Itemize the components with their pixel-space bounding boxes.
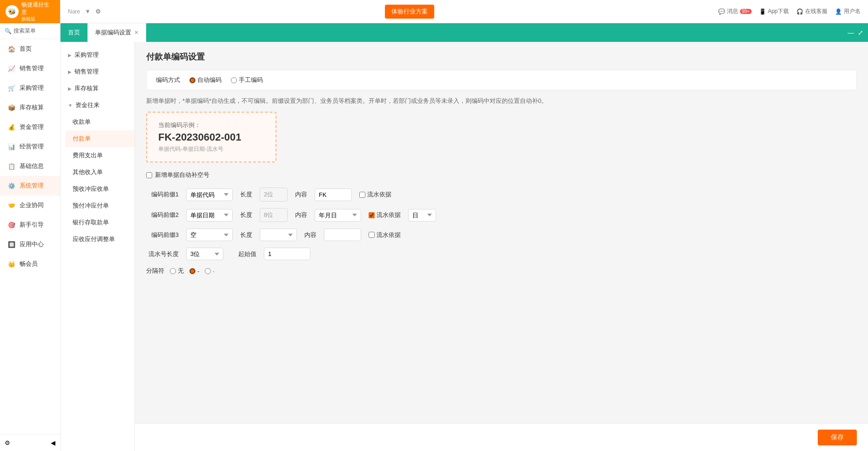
sub-menu-expense[interactable]: 费用支出单: [65, 147, 135, 164]
sidebar-item-finance[interactable]: 💰 资金管理: [0, 117, 60, 137]
sep-hyphen-radio[interactable]: -: [189, 268, 199, 275]
tab-home[interactable]: 首页: [61, 23, 87, 42]
sidebar-item-home[interactable]: 🏠 首页: [0, 39, 60, 59]
auto-fill-checkbox[interactable]: [146, 172, 152, 178]
content3-input[interactable]: [324, 229, 361, 241]
prefix3-select[interactable]: 空 单据代码 单据日期: [186, 229, 233, 241]
content2-select[interactable]: 年月日 年月 年: [315, 209, 361, 222]
sub-menu-capital[interactable]: ▼ 资金往来: [61, 97, 135, 114]
search-menu[interactable]: 🔍 搜索菜单: [0, 23, 60, 39]
sales-icon: 📈: [7, 64, 16, 73]
chevron-down-icon[interactable]: ▼: [85, 8, 91, 15]
topbar-left: Nare ▼ ⚙: [68, 8, 101, 15]
description-text: 新增单据时，*单据编码*自动生成，不可编辑。前缀设置为部门、业务员等档案类。开单…: [146, 97, 857, 105]
online-service-button[interactable]: 🎧 在线客服: [796, 7, 828, 15]
prefix1-row: 编码前缀1 单据代码 单据日期 空 长度 2位 内容 流水依据: [146, 188, 857, 202]
sidebar-item-system[interactable]: ⚙️ 系统管理: [0, 176, 60, 195]
prefix2-select[interactable]: 单据日期 单据代码 空: [186, 209, 233, 222]
tab-bill-encoding[interactable]: 单据编码设置 ✕: [87, 23, 146, 42]
serial3-checkbox-input[interactable]: [369, 232, 375, 238]
prefix1-select[interactable]: 单据代码 单据日期 空: [186, 188, 233, 201]
sidebar-item-inventory[interactable]: 📦 库存核算: [0, 98, 60, 117]
sidebar-item-company[interactable]: 🤝 企业协同: [0, 195, 60, 215]
serial1-checkbox[interactable]: 流水依据: [359, 190, 391, 199]
serial1-checkbox-input[interactable]: [359, 192, 365, 198]
settings-icon[interactable]: ⚙: [5, 439, 10, 446]
serial2-checkbox[interactable]: 流水依据: [369, 211, 401, 219]
sub-menu-receipt[interactable]: 收款单: [65, 114, 135, 130]
serial2-checkbox-input[interactable]: [369, 212, 375, 218]
sidebar-item-sales[interactable]: 📈 销售管理: [0, 59, 60, 78]
sep-dot-radio[interactable]: ·: [205, 268, 215, 275]
sub-menu-capital-children: 收款单 付款单 费用支出单 其他收入单 预收冲应收单 预付冲应付单 银行存取款单…: [61, 114, 135, 248]
sep-none-input[interactable]: [170, 268, 176, 274]
logo-icon: 🐝: [6, 5, 19, 18]
sep-hyphen-input[interactable]: [189, 268, 195, 274]
manual-encode-input[interactable]: [231, 77, 237, 83]
sub-menu-prepay-pay[interactable]: 预付冲应付单: [65, 197, 135, 214]
prefix2-row: 编码前缀2 单据日期 单据代码 空 长度 8位 内容 年月日 年月 年: [146, 208, 857, 222]
serial2-period-select[interactable]: 日 月 年: [408, 209, 436, 222]
topbar-right: 💬 消息 99+ 📱 App下载 🎧 在线客服 👤 用户名: [718, 7, 861, 15]
sub-menu-prepay-receipt[interactable]: 预收冲应收单: [65, 181, 135, 197]
sub-menu-purchase[interactable]: ▶ 采购管理: [61, 47, 135, 63]
sidebar-item-basic[interactable]: 📋 基础信息: [0, 156, 60, 176]
length2-label: 长度: [240, 211, 252, 219]
industry-plan-button[interactable]: 体验行业方案: [385, 5, 434, 19]
sidebar-footer: ⚙ ◀: [0, 434, 60, 451]
settings-gear-icon[interactable]: ⚙: [95, 8, 101, 15]
sep-dot-input[interactable]: [205, 268, 211, 274]
newguide-icon: 🎯: [7, 221, 16, 229]
sub-sidebar: ▶ 采购管理 ▶ 销售管理 ▶ 库存核算 ▼ 资金往来 收款单 付款单 费用支出…: [61, 42, 135, 451]
sub-menu-stock[interactable]: ▶ 库存核算: [61, 80, 135, 97]
serial3-checkbox[interactable]: 流水依据: [369, 231, 401, 239]
sidebar-item-member[interactable]: 👑 畅会员: [0, 254, 60, 274]
page-content: 付款单编码设置 编码方式 自动编码 手工编码 新增单据时，*单据编码*自动生成，…: [135, 42, 868, 423]
app-download-button[interactable]: 📱 App下载: [759, 7, 789, 15]
sep-none-radio[interactable]: 无: [170, 267, 184, 275]
length3-select[interactable]: [260, 229, 297, 241]
sub-menu-sales[interactable]: ▶ 销售管理: [61, 63, 135, 80]
collapse-icon[interactable]: ◀: [51, 439, 55, 446]
separator-row: 分隔符 无 - ·: [146, 267, 857, 275]
length1-label: 长度: [240, 190, 252, 199]
sub-menu-payment[interactable]: 付款单: [65, 130, 135, 147]
messages-button[interactable]: 💬 消息 99+: [718, 7, 752, 15]
sub-menu-other-income[interactable]: 其他收入单: [65, 164, 135, 181]
main: Nare ▼ ⚙ 体验行业方案 💬 消息 99+ 📱 App下载 🎧 在线客服 …: [61, 0, 868, 451]
member-icon: 👑: [7, 260, 16, 268]
topbar: Nare ▼ ⚙ 体验行业方案 💬 消息 99+ 📱 App下载 🎧 在线客服 …: [61, 0, 868, 23]
content1-input[interactable]: [315, 188, 352, 201]
user-avatar[interactable]: 👤 用户名: [835, 7, 861, 15]
message-icon: 💬: [718, 8, 725, 15]
purchase-icon: 🛒: [7, 84, 16, 92]
sample-desc: 单据代码-单据日期-流水号: [158, 145, 264, 153]
content1-label: 内容: [295, 190, 307, 199]
tabbar: 首页 单据编码设置 ✕ — ⤢: [61, 23, 868, 42]
sub-menu-bank-deposit[interactable]: 银行存取款单: [65, 214, 135, 231]
search-icon: 🔍: [5, 28, 12, 34]
service-icon: 🎧: [796, 8, 803, 15]
auto-encode-radio[interactable]: 自动编码: [189, 76, 222, 84]
sub-menu-ar-ap-adjust[interactable]: 应收应付调整单: [65, 231, 135, 248]
sidebar-item-newguide[interactable]: 🎯 新手引导: [0, 215, 60, 235]
manual-encode-radio[interactable]: 手工编码: [231, 76, 263, 84]
auto-fill-row: 新增单据自动补空号: [146, 171, 857, 179]
sample-code: FK-20230602-001: [158, 131, 264, 143]
page-title: 付款单编码设置: [146, 51, 857, 62]
save-button[interactable]: 保存: [818, 430, 857, 445]
sample-box: 当前编码示例： FK-20230602-001 单据代码-单据日期-流水号: [146, 112, 276, 162]
length3-label: 长度: [240, 231, 252, 239]
sidebar-item-apps[interactable]: 🔲 应用中心: [0, 235, 60, 254]
serial-len-select[interactable]: 3位 4位 5位 6位: [186, 248, 223, 260]
auto-encode-input[interactable]: [189, 77, 195, 83]
serial-row: 流水号长度 3位 4位 5位 6位 起始值: [146, 248, 857, 260]
sidebar-item-operations[interactable]: 📊 经营管理: [0, 137, 60, 156]
sidebar-item-purchase[interactable]: 🛒 采购管理: [0, 78, 60, 98]
tabbar-actions: — ⤢: [848, 29, 868, 36]
sidebar: 🐝 畅捷通好生意 旗舰版 🔍 搜索菜单 🏠 首页 📈 销售管理 🛒 采购管理 📦…: [0, 0, 61, 451]
tab-minimize-button[interactable]: —: [848, 29, 854, 36]
start-val-input[interactable]: [264, 248, 310, 260]
tab-close-icon[interactable]: ✕: [134, 29, 139, 36]
tab-maximize-button[interactable]: ⤢: [858, 29, 863, 36]
